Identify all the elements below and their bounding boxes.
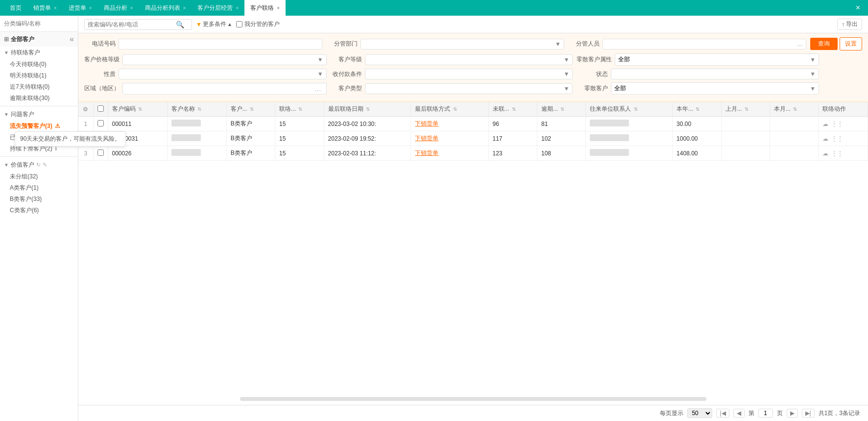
close-customer-segments-icon[interactable]: ×	[236, 5, 239, 11]
filter-status-select[interactable]: ▼	[611, 69, 819, 79]
more-action-icon-2[interactable]: ⋮⋮	[831, 135, 843, 142]
edit-icon[interactable]: ✎	[43, 162, 47, 168]
row-checkbox-1[interactable]	[97, 120, 104, 126]
col-contact-person[interactable]: 往来单位联系人 ⇅	[586, 102, 673, 117]
method-link-2[interactable]: 下销货单	[415, 135, 438, 142]
sidebar-item-churn-warning[interactable]: 流失预警客户(3) ⚠	[0, 121, 78, 132]
first-page-btn[interactable]: |◀	[716, 409, 729, 418]
refresh-icon[interactable]: ↻	[36, 162, 41, 168]
more-action-icon-1[interactable]: ⋮⋮	[831, 121, 843, 127]
sidebar-collapse-icon[interactable]: «	[70, 35, 74, 44]
close-product-analysis-list-icon[interactable]: ×	[183, 5, 186, 11]
last-page-btn[interactable]: ▶|	[802, 409, 815, 418]
sidebar-group-problem[interactable]: ▼ 问题客户	[0, 108, 78, 121]
more-action-icon-3[interactable]: ⋮⋮	[831, 150, 843, 157]
row-action-1[interactable]: ☁ ⋮⋮	[819, 117, 868, 131]
col-last-month[interactable]: 上月... ⇅	[721, 102, 770, 117]
settings-button[interactable]: 设置	[840, 37, 862, 50]
close-sales-order-icon[interactable]: ×	[54, 5, 57, 11]
col-this-month[interactable]: 本月... ⇅	[770, 102, 819, 117]
sidebar-item-7days-contact[interactable]: 近7天待联络(0)	[0, 81, 78, 93]
search-input[interactable]	[88, 21, 176, 28]
col-overdue[interactable]: 逾期... ⇅	[537, 102, 585, 117]
more-conditions-btn[interactable]: ▼ 更多条件 ▲	[196, 20, 232, 28]
col-last-method[interactable]: 最后联络方式 ⇅	[411, 102, 488, 117]
nav-customer-contact[interactable]: 客户联络 ×	[244, 0, 286, 16]
contact-action-icon-1[interactable]: ☁	[822, 121, 828, 127]
contact-action-icon-3[interactable]: ☁	[822, 150, 828, 157]
horizontal-scrollbar[interactable]	[240, 397, 707, 401]
nav-home[interactable]: 首页	[4, 0, 27, 16]
search-wrap: 🔍	[84, 19, 192, 30]
sidebar-item-class-a[interactable]: A类客户(1)	[0, 182, 78, 194]
blurred-name-3	[171, 149, 201, 156]
export-btn[interactable]: ↑ 导出	[837, 19, 862, 30]
sidebar-group-pending[interactable]: ▼ 待联络客户	[0, 47, 78, 59]
page-input[interactable]	[758, 409, 773, 418]
nav-product-analysis[interactable]: 商品分析 ×	[98, 0, 139, 16]
row-check-3[interactable]	[93, 146, 108, 161]
nav-product-analysis-list[interactable]: 商品分析列表 ×	[139, 0, 192, 16]
close-product-analysis-icon[interactable]: ×	[130, 5, 133, 11]
filter-retail-customer-select[interactable]: 全部 ▼	[611, 82, 819, 95]
col-gear[interactable]: ⚙	[78, 102, 93, 117]
col-contact[interactable]: 联络... ⇅	[275, 102, 324, 117]
my-customers-checkbox[interactable]	[236, 21, 242, 27]
sidebar-item-ungrouped[interactable]: 未分组(32)	[0, 171, 78, 182]
action-icons-1[interactable]: ☁ ⋮⋮	[822, 121, 864, 127]
page-size-select[interactable]: 50 100	[687, 408, 712, 418]
close-customer-contact-icon[interactable]: ×	[277, 5, 280, 11]
action-icons-3[interactable]: ☁ ⋮⋮	[822, 150, 864, 157]
filter-phone-input[interactable]	[119, 39, 322, 50]
nav-purchase-order[interactable]: 进货单 ×	[63, 0, 98, 16]
prev-page-btn[interactable]: ◀	[733, 409, 745, 418]
close-purchase-order-icon[interactable]: ×	[89, 5, 92, 11]
col-type[interactable]: 客户... ⇅	[226, 102, 275, 117]
close-all-btn[interactable]: ×	[852, 3, 864, 12]
col-uncontacted[interactable]: 未联... ⇅	[488, 102, 537, 117]
next-page-btn[interactable]: ▶	[787, 409, 798, 418]
filter-customer-level-select[interactable]: ▼	[365, 54, 573, 65]
filter-nature-select[interactable]: ▼	[119, 69, 327, 79]
row-method-1[interactable]: 下销货单	[411, 117, 488, 131]
filter-dept-select[interactable]: ▼	[361, 39, 564, 50]
query-button[interactable]: 查询	[810, 38, 838, 50]
sidebar-item-class-b[interactable]: B类客户(33)	[0, 194, 78, 205]
sidebar-search-input[interactable]	[4, 20, 77, 27]
action-icons-2[interactable]: ☁ ⋮⋮	[822, 135, 864, 142]
col-this-year[interactable]: 本年... ⇅	[673, 102, 721, 117]
filter-retail-attr-select[interactable]: 全部 ▼	[615, 53, 819, 66]
sidebar-group-value[interactable]: ▼ 价值客户 ↻ ✎	[0, 159, 78, 171]
contact-action-icon-2[interactable]: ☁	[822, 135, 828, 142]
nav-sales-order[interactable]: 销货单 ×	[27, 0, 63, 16]
filter-region-select[interactable]: …	[122, 83, 327, 95]
sidebar-item-class-c[interactable]: C类客户(6)	[0, 205, 78, 216]
filter-phone-label: 电话号码	[84, 40, 119, 48]
col-checkbox[interactable]	[93, 102, 108, 117]
row-method-2[interactable]: 下销货单	[411, 131, 488, 146]
col-name[interactable]: 客户名称 ⇅	[167, 102, 226, 117]
select-all-checkbox[interactable]	[97, 105, 104, 112]
row-action-2[interactable]: ☁ ⋮⋮	[819, 131, 868, 146]
row-method-3[interactable]: 下销货单	[411, 146, 488, 161]
filter-payment-select[interactable]: ▼	[365, 69, 573, 79]
method-link-1[interactable]: 下销货单	[415, 120, 438, 127]
export-icon: ↑	[842, 21, 844, 28]
filter-retail-attr: 零散客户属性 全部 ▼	[577, 53, 819, 66]
region-dots-icon[interactable]: …	[313, 85, 323, 93]
nav-customer-segments[interactable]: 客户分层经营 ×	[192, 0, 244, 16]
method-link-3[interactable]: 下销货单	[415, 149, 438, 156]
my-customers-toggle[interactable]: 我分管的客户	[236, 20, 280, 28]
col-last-date[interactable]: 最后联络日期 ⇅	[324, 102, 411, 117]
sidebar-item-tomorrow-contact[interactable]: 明天待联络(1)	[0, 70, 78, 81]
filter-manager-select[interactable]: …	[603, 39, 806, 50]
col-code[interactable]: 客户编码 ⇅	[108, 102, 167, 117]
row-check-1[interactable]	[93, 117, 108, 131]
sidebar-item-overdue-contact[interactable]: 逾期未联络(30)	[0, 93, 78, 104]
filter-customer-type-select[interactable]: ▼	[365, 83, 573, 94]
filter-price-level-select[interactable]: ▼	[122, 54, 327, 65]
row-checkbox-3[interactable]	[97, 149, 104, 156]
row-action-3[interactable]: ☁ ⋮⋮	[819, 146, 868, 161]
sidebar-item-today-contact[interactable]: 今天待联络(0)	[0, 59, 78, 70]
search-btn[interactable]: 🔍	[176, 21, 184, 28]
